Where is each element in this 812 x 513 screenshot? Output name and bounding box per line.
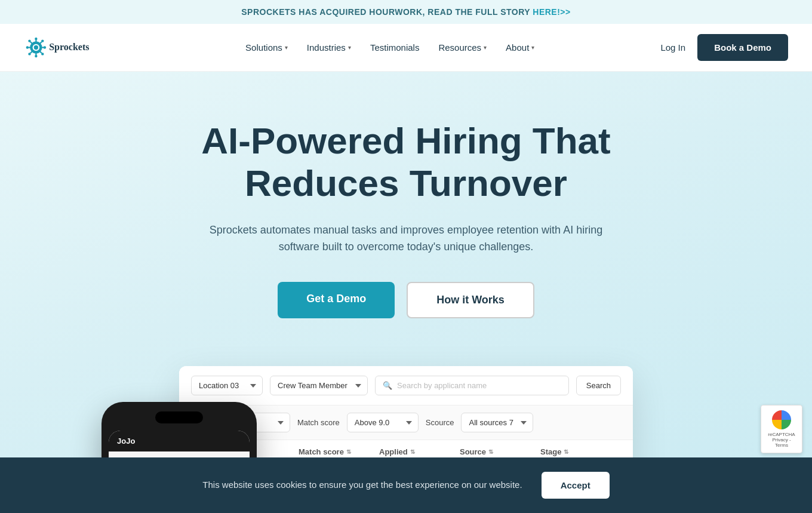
accept-cookie-button[interactable]: Accept [542, 472, 610, 499]
match-filter-label: Match score [297, 418, 340, 427]
logo-link[interactable]: Sprockets [24, 31, 119, 64]
chat-header: JoJo [109, 431, 250, 451]
book-demo-button[interactable]: Book a Demo [697, 34, 788, 61]
match-filter[interactable]: Above 9.0 [347, 413, 419, 432]
sort-icon: ⇅ [346, 449, 351, 455]
col-source: Source ⇅ [460, 447, 540, 456]
cookie-message: This website uses cookies to ensure you … [202, 478, 522, 492]
col-stage: Stage ⇅ [540, 447, 621, 456]
recaptcha-logo-icon [772, 410, 791, 429]
sort-icon: ⇅ [564, 449, 568, 455]
svg-point-6 [35, 55, 37, 57]
sort-icon: ⇅ [410, 449, 415, 455]
search-button[interactable]: Search [576, 376, 621, 395]
svg-point-9 [28, 39, 30, 42]
nav-right: Log In Book a Demo [660, 34, 788, 61]
hero-subtitle: Sprockets automates manual tasks and imp… [203, 222, 609, 256]
nav-link-about[interactable]: About ▾ [506, 42, 534, 53]
location-filter[interactable]: Location 03 [191, 376, 263, 395]
hero-buttons: Get a Demo How it Works [278, 282, 534, 318]
chevron-down-icon: ▾ [531, 44, 534, 51]
col-match-score: Match score ⇅ [299, 447, 379, 456]
svg-point-12 [28, 53, 30, 55]
nav-item-testimonials: Testimonials [370, 42, 420, 53]
announcement-bar: SPROCKETS HAS ACQUIRED HOURWORK, READ TH… [0, 0, 812, 24]
col-applied: Applied ⇅ [379, 447, 460, 456]
source-filter[interactable]: All sources 7 [461, 413, 533, 432]
nav-item-solutions: Solutions ▾ [245, 42, 288, 53]
recaptcha-badge: reCAPTCHAPrivacy - Terms [761, 405, 802, 453]
login-link[interactable]: Log In [660, 42, 685, 53]
nav-link-testimonials[interactable]: Testimonials [370, 42, 420, 53]
svg-point-14 [34, 45, 38, 50]
svg-point-10 [41, 53, 44, 55]
svg-text:Sprockets: Sprockets [49, 42, 89, 53]
nav-link-solutions[interactable]: Solutions ▾ [245, 42, 288, 53]
nav-link-resources[interactable]: Resources ▾ [438, 42, 487, 53]
svg-point-5 [35, 38, 37, 40]
source-filter-label: Scource [426, 418, 454, 427]
cookie-banner: This website uses cookies to ensure you … [0, 457, 812, 513]
nav-link-industries[interactable]: Industries ▾ [307, 42, 351, 53]
search-icon: 🔍 [383, 381, 392, 390]
header: Sprockets Solutions ▾ Industries ▾ Testi… [0, 24, 812, 72]
nav-item-industries: Industries ▾ [307, 42, 351, 53]
announcement-link[interactable]: HERE!>> [533, 7, 570, 17]
nav-item-resources: Resources ▾ [438, 42, 487, 53]
chevron-down-icon: ▾ [484, 44, 487, 51]
announcement-text: SPROCKETS HAS ACQUIRED HOURWORK, READ TH… [241, 7, 530, 17]
logo-image: Sprockets [24, 31, 119, 64]
role-filter[interactable]: Crew Team Member [270, 376, 368, 395]
hero-title: AI-Powered Hiring That Reduces Turnover [201, 119, 610, 205]
phone-notch [155, 411, 203, 423]
svg-point-11 [41, 39, 44, 42]
svg-point-8 [44, 46, 46, 48]
main-nav: Solutions ▾ Industries ▾ Testimonials Re… [245, 42, 534, 53]
get-demo-button[interactable]: Get a Demo [278, 282, 395, 318]
sort-icon: ⇅ [488, 449, 493, 455]
dashboard-filter-row: Location 03 Crew Team Member 🔍 Search by… [179, 366, 633, 406]
how-it-works-button[interactable]: How it Works [407, 282, 534, 318]
search-placeholder-text: Search by applicant name [397, 381, 487, 390]
chevron-down-icon: ▾ [285, 44, 288, 51]
search-box: 🔍 Search by applicant name [375, 376, 569, 395]
hero-section: AI-Powered Hiring That Reduces Turnover … [0, 72, 812, 513]
svg-point-7 [26, 46, 29, 48]
chevron-down-icon: ▾ [348, 44, 351, 51]
nav-item-about: About ▾ [506, 42, 534, 53]
recaptcha-text: reCAPTCHAPrivacy - Terms [767, 432, 796, 448]
